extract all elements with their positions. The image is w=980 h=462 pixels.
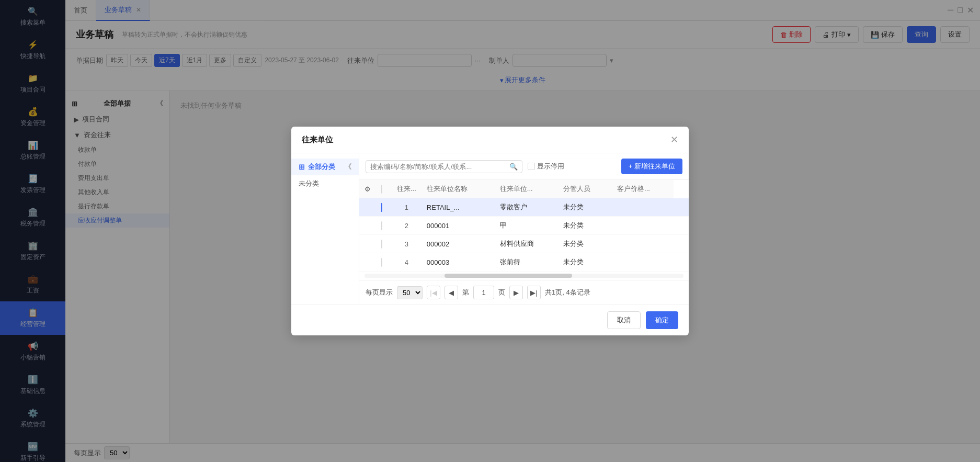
- col-code-label: 往来...: [397, 185, 416, 193]
- col-name-header: 往来单位名称: [421, 180, 495, 198]
- row-price: [674, 253, 689, 272]
- scroll-thumb[interactable]: [445, 274, 572, 278]
- dialog-cat-all[interactable]: ⊞ 全部分类 《: [291, 159, 359, 175]
- dialog-toolbar: 🔍 显示停用 + 新增往来单位: [359, 153, 689, 180]
- dialog-uncat-label: 未分类: [299, 179, 319, 187]
- col-price-label: 客户价格...: [617, 185, 650, 193]
- show-disabled-toggle[interactable]: 显示停用: [528, 162, 564, 171]
- cancel-button[interactable]: 取消: [607, 311, 641, 329]
- confirm-label: 确定: [655, 316, 669, 324]
- table-pagination: 每页显示 50 |◀ ◀ 第 页 ▶ ▶| 共1页, 4条记录: [359, 280, 689, 305]
- dialog-categories: ⊞ 全部分类 《 未分类: [291, 153, 359, 305]
- row-checkbox[interactable]: [376, 253, 392, 272]
- col-checkbox-header[interactable]: [376, 180, 392, 198]
- row-num: 4: [392, 253, 421, 272]
- dialog-close-btn[interactable]: ✕: [670, 134, 678, 145]
- table-row[interactable]: 3 000002 材料供应商 未分类: [359, 235, 689, 253]
- row-num: 3: [392, 235, 421, 253]
- row-settings: [359, 235, 376, 253]
- row-price: [674, 235, 689, 253]
- row-name: 零散客户: [495, 198, 558, 217]
- page-label: 第: [462, 288, 469, 297]
- row-name: 张前得: [495, 253, 558, 272]
- row-code: 000001: [421, 217, 495, 235]
- search-box: 🔍: [366, 160, 522, 173]
- first-page-btn[interactable]: |◀: [427, 286, 440, 299]
- row-code: 000003: [421, 253, 495, 272]
- row-settings: [359, 253, 376, 272]
- col-settings-header[interactable]: ⚙: [359, 180, 376, 198]
- dialog-body: ⊞ 全部分类 《 未分类 🔍 显示停用: [291, 153, 689, 305]
- partner-dialog: 往来单位 ✕ ⊞ 全部分类 《 未分类: [291, 127, 689, 335]
- row-select-checkbox[interactable]: [381, 203, 382, 212]
- partner-table: ⚙ 往来... 往来单位名称 往来单位...: [359, 180, 689, 272]
- row-select-checkbox[interactable]: [381, 258, 382, 267]
- row-name: 甲: [495, 217, 558, 235]
- dialog-footer: 取消 确定: [291, 305, 689, 335]
- row-settings: [359, 217, 376, 235]
- total-text: 共1页, 4条记录: [545, 288, 590, 297]
- row-select-checkbox[interactable]: [381, 221, 382, 230]
- row-code: 000002: [421, 235, 495, 253]
- last-page-btn[interactable]: ▶|: [527, 286, 541, 299]
- row-name: 材料供应商: [495, 235, 558, 253]
- row-settings: [359, 198, 376, 217]
- row-checkbox[interactable]: [376, 217, 392, 235]
- dialog-right: 🔍 显示停用 + 新增往来单位 ⚙: [359, 153, 689, 305]
- add-partner-btn[interactable]: + 新增往来单位: [621, 159, 682, 174]
- row-code: RETAIL_...: [421, 198, 495, 217]
- col-price-header: 客户价格...: [612, 180, 674, 198]
- table-row[interactable]: 2 000001 甲 未分类: [359, 217, 689, 235]
- table-row[interactable]: 1 RETAIL_... 零散客户 未分类: [359, 198, 689, 217]
- confirm-button[interactable]: 确定: [646, 311, 678, 329]
- search-icon: 🔍: [509, 163, 518, 171]
- row-select-checkbox[interactable]: [381, 240, 382, 249]
- col-cat-label: 往来单位...: [500, 185, 533, 193]
- row-price: [674, 198, 689, 217]
- dialog-header: 往来单位 ✕: [291, 127, 689, 153]
- col-manager-label: 分管人员: [563, 185, 590, 193]
- dialog-uncat[interactable]: 未分类: [291, 175, 359, 192]
- prev-page-btn[interactable]: ◀: [445, 286, 458, 299]
- show-disabled-label: 显示停用: [537, 162, 564, 171]
- row-category: 未分类: [558, 198, 612, 217]
- row-category: 未分类: [558, 253, 612, 272]
- page-suffix: 页: [498, 288, 505, 297]
- show-disabled-checkbox[interactable]: [528, 163, 535, 170]
- category-grid-icon: ⊞: [299, 163, 305, 171]
- col-cat-header: 往来单位...: [495, 180, 558, 198]
- partner-search-input[interactable]: [370, 163, 506, 171]
- row-checkbox[interactable]: [376, 198, 392, 217]
- row-manager: [612, 198, 674, 217]
- horizontal-scrollbar[interactable]: [364, 274, 683, 278]
- row-category: 未分类: [558, 217, 612, 235]
- collapse-left-icon[interactable]: 《: [345, 162, 351, 172]
- col-name-label: 往来单位名称: [427, 185, 468, 193]
- row-price: [674, 217, 689, 235]
- col-code-header: 往来...: [392, 180, 421, 198]
- row-manager: [612, 253, 674, 272]
- next-page-btn[interactable]: ▶: [509, 286, 523, 299]
- row-manager: [612, 235, 674, 253]
- per-page-select[interactable]: 50: [397, 286, 423, 299]
- select-all-checkbox[interactable]: [381, 185, 382, 194]
- add-partner-label: + 新增往来单位: [629, 162, 675, 171]
- modal-overlay: 往来单位 ✕ ⊞ 全部分类 《 未分类: [0, 0, 980, 462]
- page-input[interactable]: [473, 286, 494, 299]
- row-category: 未分类: [558, 235, 612, 253]
- table-header-row: ⚙ 往来... 往来单位名称 往来单位...: [359, 180, 689, 198]
- col-manager-header: 分管人员: [558, 180, 612, 198]
- cancel-label: 取消: [617, 316, 631, 324]
- row-num: 2: [392, 217, 421, 235]
- per-page-label: 每页显示: [366, 288, 393, 297]
- dialog-cat-label: 全部分类: [308, 162, 335, 172]
- dialog-title: 往来单位: [302, 135, 333, 145]
- row-num: 1: [392, 198, 421, 217]
- table-row[interactable]: 4 000003 张前得 未分类: [359, 253, 689, 272]
- row-manager: [612, 217, 674, 235]
- row-checkbox[interactable]: [376, 235, 392, 253]
